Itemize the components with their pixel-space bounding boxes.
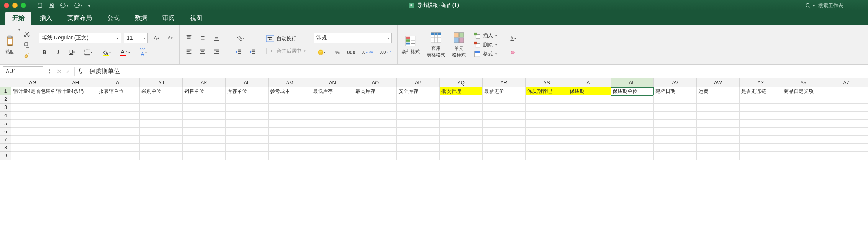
column-header[interactable]: AJ bbox=[140, 78, 183, 87]
cell[interactable]: 运费 bbox=[697, 87, 740, 95]
cell[interactable] bbox=[740, 120, 783, 128]
cell[interactable] bbox=[54, 112, 97, 120]
copy-icon[interactable] bbox=[23, 41, 31, 49]
cell[interactable] bbox=[611, 120, 654, 128]
cell[interactable] bbox=[568, 104, 611, 112]
minimize-window-button[interactable] bbox=[12, 3, 18, 8]
cell[interactable] bbox=[226, 120, 269, 128]
cell[interactable]: 报表辅单位 bbox=[97, 87, 140, 95]
cell[interactable] bbox=[825, 144, 868, 152]
cell[interactable] bbox=[825, 112, 868, 120]
cell[interactable] bbox=[140, 120, 183, 128]
format-painter-icon[interactable] bbox=[23, 51, 31, 60]
cell[interactable] bbox=[354, 112, 397, 120]
cell[interactable]: 采购单位 bbox=[140, 87, 183, 95]
cell[interactable] bbox=[311, 95, 354, 104]
cell[interactable] bbox=[740, 112, 783, 120]
cell[interactable]: 最低库存 bbox=[311, 87, 354, 95]
cell[interactable] bbox=[483, 120, 526, 128]
column-header[interactable]: AZ bbox=[825, 78, 868, 87]
row-header[interactable]: 4 bbox=[0, 112, 11, 120]
decrease-indent-button[interactable] bbox=[233, 47, 244, 57]
increase-font-button[interactable]: A▴ bbox=[151, 33, 162, 43]
cell[interactable] bbox=[483, 104, 526, 112]
cell[interactable] bbox=[825, 136, 868, 144]
cell[interactable] bbox=[697, 128, 740, 136]
cell[interactable] bbox=[526, 120, 568, 128]
cell[interactable] bbox=[183, 136, 226, 144]
cell[interactable] bbox=[697, 152, 740, 160]
align-right-button[interactable] bbox=[211, 47, 222, 57]
customize-qat-icon[interactable]: ▾ bbox=[88, 3, 90, 8]
cell[interactable] bbox=[140, 136, 183, 144]
cell[interactable]: 是否走冻链 bbox=[740, 87, 783, 95]
tab-view[interactable]: 视图 bbox=[183, 12, 209, 25]
cell[interactable] bbox=[54, 144, 97, 152]
cell[interactable] bbox=[311, 136, 354, 144]
row-header[interactable]: 2 bbox=[0, 95, 11, 104]
column-header[interactable]: AU bbox=[611, 78, 654, 87]
cell[interactable] bbox=[697, 104, 740, 112]
autosave-icon[interactable] bbox=[37, 2, 43, 8]
cell[interactable] bbox=[354, 152, 397, 160]
column-header[interactable]: AL bbox=[226, 78, 269, 87]
cell[interactable] bbox=[11, 128, 54, 136]
name-box-stepper[interactable]: ▴▾ bbox=[46, 68, 53, 74]
cell[interactable] bbox=[654, 128, 697, 136]
align-bottom-button[interactable] bbox=[211, 33, 222, 43]
cell[interactable] bbox=[654, 136, 697, 144]
cell[interactable]: 辅计量4条码 bbox=[54, 87, 97, 95]
close-window-button[interactable] bbox=[4, 3, 9, 8]
cell[interactable] bbox=[54, 152, 97, 160]
row-header[interactable]: 5 bbox=[0, 120, 11, 128]
column-header[interactable]: AV bbox=[654, 78, 697, 87]
cell-styles-button[interactable]: 单元 格样式 bbox=[452, 31, 466, 58]
cell[interactable] bbox=[311, 120, 354, 128]
cell[interactable] bbox=[654, 112, 697, 120]
tab-data[interactable]: 数据 bbox=[128, 12, 154, 25]
tab-formulas[interactable]: 公式 bbox=[100, 12, 126, 25]
cell[interactable] bbox=[54, 136, 97, 144]
paste-dropdown-icon[interactable]: ▾ bbox=[18, 28, 20, 31]
cell[interactable] bbox=[397, 104, 440, 112]
cell[interactable] bbox=[183, 120, 226, 128]
row-header[interactable]: 1 bbox=[0, 87, 11, 95]
name-box[interactable]: AU1 bbox=[3, 66, 43, 76]
cell[interactable] bbox=[526, 104, 568, 112]
cell[interactable] bbox=[226, 95, 269, 104]
cell[interactable] bbox=[483, 136, 526, 144]
cell[interactable] bbox=[697, 144, 740, 152]
underline-button[interactable]: U▾ bbox=[67, 47, 77, 57]
cell[interactable] bbox=[611, 152, 654, 160]
cell[interactable] bbox=[97, 120, 140, 128]
format-table-button[interactable]: 套用 表格格式 bbox=[427, 31, 445, 58]
cell[interactable] bbox=[611, 144, 654, 152]
cell[interactable]: 辅计量4是否包装单位 bbox=[11, 87, 54, 95]
cell[interactable] bbox=[140, 104, 183, 112]
cell[interactable] bbox=[611, 136, 654, 144]
cell[interactable] bbox=[140, 95, 183, 104]
insert-cells-button[interactable]: 插入 ▾ bbox=[474, 32, 497, 39]
cell[interactable] bbox=[526, 144, 568, 152]
border-button[interactable]: ▾ bbox=[80, 47, 96, 57]
cell[interactable] bbox=[226, 128, 269, 136]
cell[interactable] bbox=[825, 120, 868, 128]
undo-icon[interactable]: ▾ bbox=[60, 2, 69, 8]
cell[interactable] bbox=[397, 144, 440, 152]
cell[interactable] bbox=[269, 112, 311, 120]
cell[interactable] bbox=[526, 152, 568, 160]
cell[interactable] bbox=[568, 112, 611, 120]
cell[interactable] bbox=[269, 152, 311, 160]
cell[interactable] bbox=[440, 104, 483, 112]
formula-input[interactable]: 保质期单位 bbox=[86, 67, 868, 76]
column-header[interactable]: AQ bbox=[440, 78, 483, 87]
comma-style-button[interactable]: 000 bbox=[346, 47, 357, 57]
cell[interactable] bbox=[611, 95, 654, 104]
cell[interactable] bbox=[226, 136, 269, 144]
font-size-select[interactable]: 11 ▾ bbox=[124, 33, 148, 43]
cell[interactable] bbox=[440, 120, 483, 128]
cell[interactable] bbox=[440, 152, 483, 160]
cell[interactable] bbox=[568, 144, 611, 152]
cell[interactable] bbox=[226, 152, 269, 160]
fx-label[interactable]: fx bbox=[74, 67, 86, 76]
